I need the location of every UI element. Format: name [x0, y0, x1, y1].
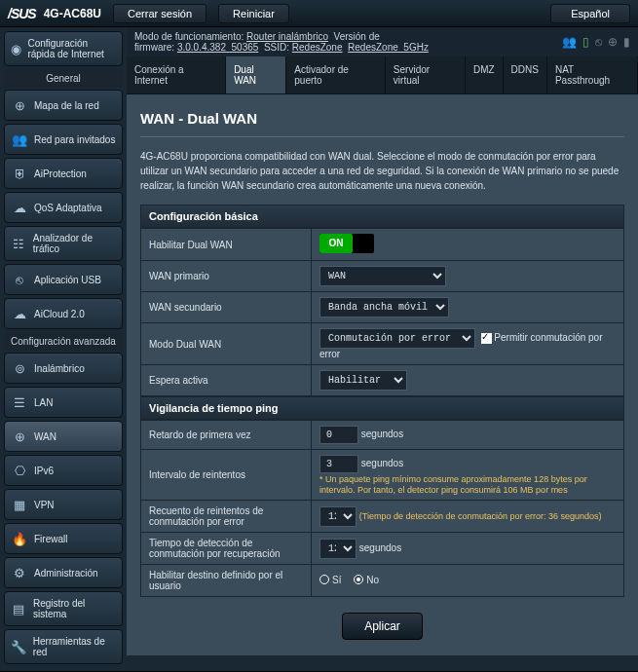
ssid-value-1[interactable]: RedesZone: [292, 42, 343, 53]
radio-icon: [354, 575, 363, 584]
yes-label: Sí: [332, 575, 341, 585]
failover-retry-select[interactable]: 12: [319, 506, 357, 527]
mobile-status-icon[interactable]: ▯: [582, 35, 589, 49]
hot-standby-label: Espera activa: [141, 365, 312, 396]
interval-note: * Un paquete ping mínimo consume aproxim…: [319, 474, 587, 495]
model-name: 4G-AC68U: [44, 7, 101, 20]
sidebar-item-label: Configuración rápida de Internet: [27, 38, 116, 59]
section-basic-header: Configuración básica: [140, 205, 624, 228]
sidebar-item-label: QoS Adaptativa: [34, 203, 102, 213]
sidebar-item-label: Registro del sistema: [33, 598, 116, 619]
sidebar-item-vpn[interactable]: ▦VPN: [4, 489, 123, 520]
apply-button[interactable]: Aplicar: [342, 613, 423, 640]
sidebar-item-usb-app[interactable]: ⎋Aplicación USB: [4, 264, 123, 295]
basic-config-table: Habilitar Dual WAN ON WAN primario WAN W…: [140, 228, 624, 396]
hot-standby-select[interactable]: Habilitar: [319, 370, 407, 391]
sidebar-item-label: AiCloud 2.0: [34, 309, 85, 319]
sidebar-item-label: LAN: [34, 397, 53, 408]
recovery-time-select[interactable]: 12: [319, 539, 357, 559]
firmware-value[interactable]: 3.0.0.4.382_50365: [177, 42, 258, 53]
brand-logo: /SUS: [8, 6, 36, 21]
content-panel: WAN - Dual WAN 4G-AC68U proporciona comp…: [127, 94, 638, 655]
ssid-label: SSID:: [264, 42, 289, 53]
sidebar-header-advanced: Configuración avanzada: [4, 332, 123, 351]
mode-label: Modo de funcionamiento:: [134, 31, 244, 42]
recovery-time-label: Tiempo de detección de conmutación por r…: [141, 533, 312, 565]
tab-internet-connection[interactable]: Conexión a Internet: [127, 56, 226, 93]
primary-wan-select[interactable]: WAN: [319, 266, 446, 286]
top-bar: /SUS 4G-AC68U Cerrar sesión Reiniciar Es…: [0, 0, 638, 27]
firmware-label: firmware:: [134, 42, 174, 53]
tab-nat-passthrough[interactable]: NAT Passthrough: [547, 56, 638, 93]
ipv6-icon: ⎔: [11, 462, 28, 479]
secondary-wan-select[interactable]: Banda ancha móvil: [319, 297, 449, 317]
failover-retry-label: Recuento de reintentos de conmutación po…: [141, 501, 312, 533]
sidebar-item-admin[interactable]: ⚙Administración: [4, 557, 123, 588]
sidebar-item-label: Mapa de la red: [34, 100, 99, 111]
language-select[interactable]: Español: [550, 4, 630, 23]
sidebar-item-aiprotection[interactable]: ⛨AiProtection: [4, 158, 123, 189]
users-status-icon[interactable]: 👥: [562, 35, 577, 49]
sidebar-item-label: Analizador de tráfico: [33, 233, 116, 254]
lan-icon: ☰: [11, 393, 28, 411]
usb-status-icon[interactable]: ⎋: [595, 35, 602, 49]
tab-dmz[interactable]: DMZ: [466, 56, 504, 93]
radio-icon: [319, 575, 329, 584]
reboot-button[interactable]: Reiniciar: [218, 4, 289, 23]
enable-dualwan-toggle[interactable]: ON: [319, 234, 374, 253]
ssid-value-2[interactable]: RedesZone_5GHz: [348, 42, 429, 53]
version-label: Versión de: [334, 31, 380, 42]
sidebar-item-wan[interactable]: ⊕WAN: [4, 421, 123, 452]
mode-value[interactable]: Router inalámbrico: [246, 31, 328, 42]
sidebar-item-aicloud[interactable]: ☁AiCloud 2.0: [4, 298, 123, 329]
dualwan-mode-label: Modo Dual WAN: [141, 323, 312, 365]
user-dest-no-radio[interactable]: No: [354, 575, 379, 585]
tab-port-trigger[interactable]: Activador de puerto: [286, 56, 386, 93]
sidebar-item-qos[interactable]: ☁QoS Adaptativa: [4, 192, 123, 223]
tab-dual-wan[interactable]: Dual WAN: [226, 56, 286, 93]
first-delay-input[interactable]: 0: [319, 426, 358, 444]
dualwan-mode-select[interactable]: Conmutación por error: [319, 328, 475, 349]
logout-button[interactable]: Cerrar sesión: [113, 4, 206, 23]
sidebar-quick-setup[interactable]: ◉ Configuración rápida de Internet: [4, 31, 123, 66]
wifi-icon: ⊚: [11, 359, 28, 377]
sidebar-item-label: Aplicación USB: [34, 275, 101, 285]
page-title: WAN - Dual WAN: [140, 110, 624, 137]
retry-interval-label: Intervalo de reintentos: [141, 450, 312, 501]
allow-failover-checkbox[interactable]: [481, 333, 492, 344]
log-icon: ▤: [11, 600, 27, 617]
sidebar-item-guest-network[interactable]: 👥Red para invitados: [4, 124, 123, 155]
no-label: No: [366, 575, 379, 585]
seconds-label: segundos: [361, 458, 403, 468]
secondary-wan-label: WAN secundario: [141, 292, 312, 323]
globe-icon: ◉: [11, 40, 21, 57]
sidebar-item-wireless[interactable]: ⊚Inalámbrico: [4, 353, 123, 384]
failover-hint: (Tiempo de detección de conmutación por …: [359, 511, 602, 521]
toggle-on-label: ON: [319, 234, 353, 253]
sidebar-item-traffic[interactable]: ☷Analizador de tráfico: [4, 226, 123, 261]
sidebar-item-network-map[interactable]: ⊕Mapa de la red: [4, 90, 123, 121]
primary-wan-label: WAN primario: [141, 261, 312, 292]
retry-interval-input[interactable]: 3: [319, 455, 358, 473]
users-icon: 👥: [11, 131, 28, 148]
tab-ddns[interactable]: DDNS: [504, 56, 547, 93]
sidebar-item-syslog[interactable]: ▤Registro del sistema: [4, 591, 123, 626]
sidebar-item-label: VPN: [34, 500, 55, 510]
ping-config-table: Retardo de primera vez 0 segundos Interv…: [140, 420, 624, 597]
sidebar-item-firewall[interactable]: 🔥Firewall: [4, 523, 123, 554]
signal-status-icon[interactable]: ▮: [623, 35, 630, 49]
tab-virtual-server[interactable]: Servidor virtual: [386, 56, 466, 93]
sidebar-item-lan[interactable]: ☰LAN: [4, 387, 123, 418]
usb-icon: ⎋: [11, 271, 28, 288]
sidebar: ◉ Configuración rápida de Internet Gener…: [0, 27, 127, 671]
globe-icon: ⊕: [11, 96, 28, 114]
user-dest-yes-radio[interactable]: Sí: [319, 575, 341, 585]
sidebar-item-ipv6[interactable]: ⎔IPv6: [4, 455, 123, 486]
section-ping-header: Vigilancia de tiempo ping: [140, 396, 624, 420]
fire-icon: 🔥: [11, 530, 28, 547]
sidebar-item-nettools[interactable]: 🔧Herramientas de red: [4, 629, 123, 664]
user-dest-label: Habilitar destino definido por el usuari…: [141, 565, 312, 597]
seconds-label: segundos: [359, 542, 401, 553]
wan-status-icon[interactable]: ⊕: [608, 35, 618, 49]
chart-icon: ☷: [11, 235, 27, 252]
